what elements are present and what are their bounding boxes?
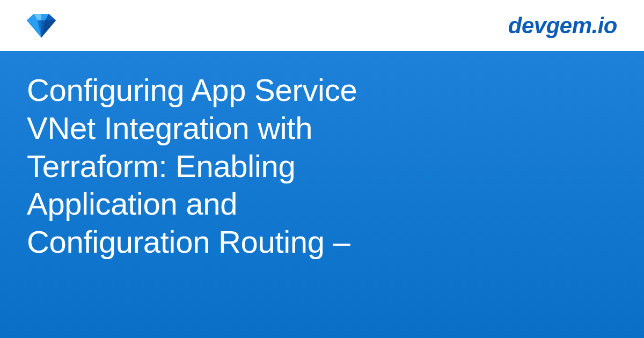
brand-text: devgem.io	[508, 13, 617, 39]
gem-logo-icon	[27, 14, 56, 38]
page-title: Configuring App Service VNet Integration…	[27, 71, 413, 261]
header: devgem.io	[0, 0, 644, 51]
hero-section: Configuring App Service VNet Integration…	[0, 51, 644, 338]
